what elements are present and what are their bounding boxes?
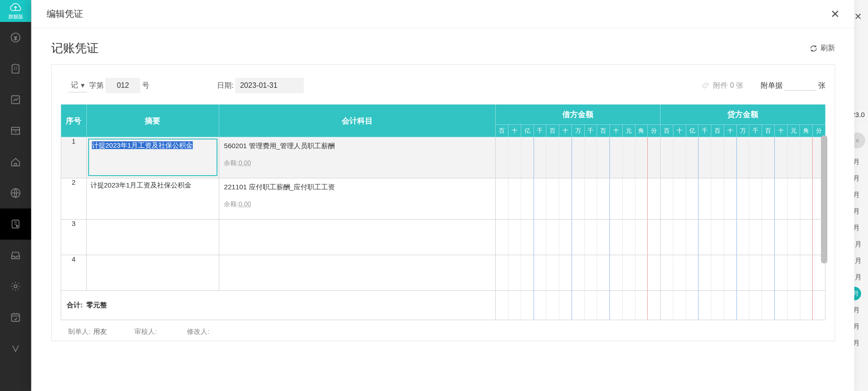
sidebar-nav-4[interactable] [0,115,31,146]
digit-header: 分 [648,125,661,137]
col-subject: 会计科目 [219,105,496,137]
house-icon [10,156,21,168]
voucher-entry-table: 序号 摘要 会计科目 借方金额 贷方金额 百十亿千百十万千百十元角分百十亿千百十… [61,104,826,320]
digit-header: 角 [635,125,648,137]
sidebar-nav-2[interactable] [0,53,31,84]
digit-header: 百 [711,125,724,137]
auditor-label: 审核人: [134,327,157,335]
total-credit [661,291,826,320]
svg-point-6 [16,225,18,227]
digit-header: 百 [597,125,610,137]
sidebar-nav-6[interactable] [0,177,31,209]
sidebar-nav-11[interactable] [0,333,31,364]
cloud-upload-icon [8,2,23,13]
row-credit-amount[interactable] [661,178,826,220]
globe-icon [10,187,21,199]
voucher-footer: 制单人:用友 审核人: 修改人: [52,320,835,341]
digit-header: 万 [736,125,749,137]
modal-close-button[interactable]: ✕ [831,8,840,21]
attachment-info[interactable]: 附件 0 张 [702,81,743,91]
row-debit-amount[interactable] [496,178,661,220]
row-debit-amount[interactable] [496,220,661,255]
coin-icon [10,32,21,43]
row-debit-amount[interactable] [496,137,661,178]
refresh-icon [810,44,818,53]
row-subject[interactable] [219,255,496,291]
digit-header: 十 [724,125,736,137]
row-summary[interactable]: 计提2023年1月工资及社保公积金 [86,137,219,178]
row-summary[interactable] [86,220,219,255]
row-subject[interactable]: 560201 管理费用_管理人员职工薪酬余额:0.00 [219,137,496,178]
row-seq: 4 [61,255,87,291]
digit-header: 十 [559,125,572,137]
voucher-type-select[interactable]: 记 ▾ [68,79,87,92]
voucher-title: 记账凭证 [51,40,99,56]
row-summary[interactable]: 计提2023年1月工资及社保公积金 [86,178,219,220]
sidebar-nav-8[interactable] [0,240,31,271]
inbox-icon [10,249,21,261]
col-summary: 摘要 [86,105,219,137]
modifier-label: 修改人: [187,327,209,335]
row-subject[interactable] [219,220,496,255]
sidebar-nav-10[interactable] [0,302,31,333]
sidebar-nav-3[interactable] [0,84,31,115]
gear-icon [10,280,21,292]
total-debit [496,291,661,320]
sidebar-nav-5[interactable] [0,146,31,177]
digit-header: 十 [508,125,521,137]
sidebar-nav-7[interactable] [0,209,31,240]
app-sidebar: 旗舰版 [0,0,31,391]
svg-point-7 [14,285,17,288]
paperclip-icon [702,81,710,90]
digit-header: 千 [534,125,546,137]
voucher-row: 3 [61,220,826,255]
voucher-number-input[interactable] [106,78,140,93]
digit-header: 百 [546,125,559,137]
archive-icon [10,125,21,137]
voucher-date-input[interactable] [235,78,304,93]
date-label: 日期: [217,81,233,91]
maker-label: 制单人: [68,327,90,335]
row-debit-amount[interactable] [496,255,661,291]
refresh-button[interactable]: 刷新 [810,43,835,53]
building-icon [10,63,21,75]
edit-voucher-modal: 编辑凭证 ✕ 记账凭证 刷新 记 ▾ 字第 [32,0,854,391]
col-credit: 贷方金额 [661,105,826,125]
digit-header: 十 [774,125,787,137]
digit-header: 千 [584,125,597,137]
device-icon [10,218,21,230]
calendar-icon [10,311,21,323]
row-subject[interactable]: 221101 应付职工薪酬_应付职工工资余额:0.00 [219,178,496,220]
summary-input[interactable]: 计提2023年1月工资及社保公积金 [88,139,218,176]
row-seq: 2 [61,178,87,220]
sidebar-nav-9[interactable] [0,271,31,302]
col-debit: 借方金额 [496,105,661,125]
attach-slip-unit: 张 [818,81,826,91]
chevron-down-icon: ▾ [81,81,85,90]
maker-value: 用友 [93,327,107,335]
digit-header: 十 [673,125,686,137]
row-summary[interactable] [86,255,219,291]
digit-header: 亿 [686,125,699,137]
digit-header: 千 [699,125,711,137]
digit-header: 元 [787,125,800,137]
digit-header: 千 [749,125,762,137]
row-credit-amount[interactable] [661,255,826,291]
sidebar-nav-1[interactable] [0,22,31,53]
digit-header: 百 [762,125,775,137]
digit-header: 元 [622,125,635,137]
brand-logo: 旗舰版 [0,0,31,22]
row-credit-amount[interactable] [661,220,826,255]
row-seq: 1 [61,137,87,178]
row-seq: 3 [61,220,87,255]
number-suffix: 号 [142,81,149,91]
modal-header: 编辑凭证 ✕ [32,0,854,28]
attach-slip-input[interactable] [784,81,816,91]
voucher-row: 1计提2023年1月工资及社保公积金560201 管理费用_管理人员职工薪酬余额… [61,137,826,178]
row-credit-amount[interactable] [661,137,826,178]
voucher-row: 2计提2023年1月工资及社保公积金221101 应付职工薪酬_应付职工工资余额… [61,178,826,220]
digit-header: 万 [572,125,584,137]
modal-body: 记账凭证 刷新 记 ▾ 字第 号 [32,28,854,391]
voucher-row: 4 [61,255,826,291]
attach-slip-label: 附单据 [761,81,783,91]
